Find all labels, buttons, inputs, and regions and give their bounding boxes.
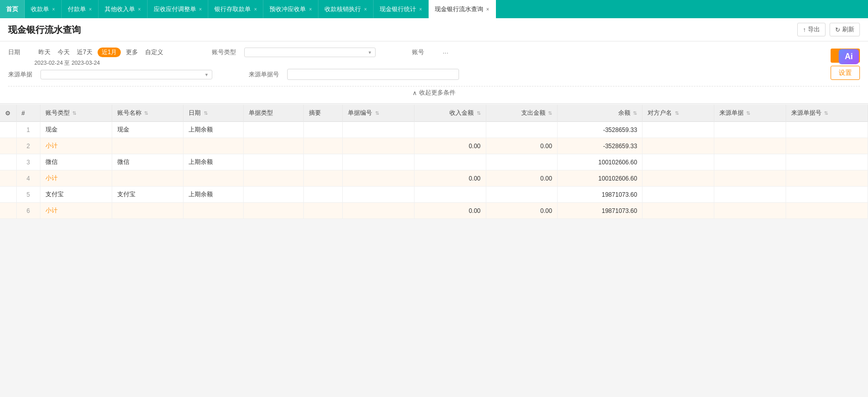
cell-balance: -3528659.33 — [558, 122, 643, 138]
cell-balance: 19871073.60 — [558, 187, 643, 203]
nav-tab-2-label: 其他收入单 — [105, 5, 135, 14]
col-expense[interactable]: 支出金额 ⇅ — [486, 105, 558, 122]
cell-balance: 100102606.60 — [558, 154, 643, 170]
filter-row-1: 日期 昨天 今天 近7天 近1月 更多 自定义 账号类型 ▾ 账号 ··· — [8, 48, 823, 57]
cell-income — [414, 122, 486, 138]
col-source-doc[interactable]: 来源单据 ⇅ — [714, 105, 786, 122]
cell-doc-type — [244, 203, 304, 219]
cell-doc-type — [244, 122, 304, 138]
cell-source-doc-num — [786, 203, 867, 219]
cell-date: 上期余额 — [184, 122, 244, 138]
nav-tab-7[interactable]: 现金银行统计 × — [374, 0, 429, 18]
collapse-bar[interactable]: ∧ 收起更多条件 — [8, 86, 860, 99]
cell-source-doc-num — [786, 170, 867, 187]
nav-tab-3-close[interactable]: × — [199, 7, 202, 12]
col-counterpart[interactable]: 对方户名 ⇅ — [643, 105, 714, 122]
refresh-icon: ↻ — [835, 26, 840, 33]
nav-tab-1-close[interactable]: × — [89, 7, 92, 12]
ai-badge[interactable]: Ai — [839, 49, 859, 64]
cell-account-name: 现金 — [112, 122, 184, 138]
nav-tab-8-close[interactable]: × — [486, 7, 489, 12]
cell-doc-num — [343, 154, 415, 170]
cell-account-type: 小计 — [40, 203, 112, 219]
nav-tab-0-close[interactable]: × — [52, 7, 55, 12]
cell-counterpart — [643, 187, 714, 203]
shortcut-1month[interactable]: 近1月 — [98, 48, 121, 57]
data-table: ⚙ # 账号类型 ⇅ 账号名称 ⇅ 日期 ⇅ 单据类型 摘要 — [0, 105, 868, 219]
nav-tab-4-label: 银行存取款单 — [214, 5, 251, 14]
table-header-row: ⚙ # 账号类型 ⇅ 账号名称 ⇅ 日期 ⇅ 单据类型 摘要 — [0, 105, 868, 122]
nav-tab-2[interactable]: 其他收入单 × — [99, 0, 148, 18]
cell-summary — [303, 122, 342, 138]
source-doc-num-input[interactable] — [287, 69, 459, 80]
col-account-type[interactable]: 账号类型 ⇅ — [40, 105, 112, 122]
nav-tab-0[interactable]: 收款单 × — [25, 0, 62, 18]
nav-tab-6-close[interactable]: × — [364, 7, 367, 12]
table-row: 3微信微信上期余额100102606.60 — [0, 154, 868, 170]
shortcut-custom[interactable]: 自定义 — [143, 48, 165, 57]
nav-home[interactable]: 首页 — [0, 0, 25, 18]
cell-income — [414, 187, 486, 203]
nav-tab-6[interactable]: 收款核销执行 × — [318, 0, 374, 18]
cell-account-type: 支付宝 — [40, 187, 112, 203]
nav-tab-3[interactable]: 应收应付调整单 × — [148, 0, 209, 18]
cell-income: 0.00 — [414, 138, 486, 154]
nav-tab-7-close[interactable]: × — [419, 7, 422, 12]
cell-counterpart — [643, 170, 714, 187]
cell-expense — [486, 187, 558, 203]
col-date[interactable]: 日期 ⇅ — [184, 105, 244, 122]
nav-tab-1[interactable]: 付款单 × — [62, 0, 99, 18]
col-balance[interactable]: 余额 ⇅ — [558, 105, 643, 122]
cell-doc-type — [244, 138, 304, 154]
cell-summary — [303, 203, 342, 219]
cell-summary — [303, 154, 342, 170]
account-type-chevron: ▾ — [369, 50, 371, 55]
col-gear[interactable]: ⚙ — [0, 105, 16, 122]
cell-balance: -3528659.33 — [558, 138, 643, 154]
cell-source-doc — [714, 203, 786, 219]
table-row: 5支付宝支付宝上期余额19871073.60 — [0, 187, 868, 203]
cell-source-doc — [714, 170, 786, 187]
table-row: 6小计0.000.0019871073.60 — [0, 203, 868, 219]
cell-summary — [303, 170, 342, 187]
shortcut-yesterday[interactable]: 昨天 — [36, 48, 53, 57]
cell-account-type: 小计 — [40, 170, 112, 187]
cell-account-name — [112, 138, 184, 154]
col-income[interactable]: 收入金额 ⇅ — [414, 105, 486, 122]
source-doc-label: 来源单据 — [8, 70, 32, 79]
shortcut-today[interactable]: 今天 — [56, 48, 72, 57]
source-doc-select[interactable]: ▾ — [40, 70, 212, 79]
date-range: 2023-02-24 至 2023-03-24 — [34, 60, 100, 66]
account-type-select[interactable]: ▾ — [244, 48, 376, 57]
export-button[interactable]: ↑ 导出 — [797, 23, 826, 36]
shortcut-7days[interactable]: 近7天 — [75, 48, 95, 57]
cell-gear — [0, 138, 16, 154]
nav-tab-8[interactable]: 现金银行流水查询 × — [429, 0, 496, 18]
nav-tab-5-label: 预收冲应收单 — [269, 5, 306, 14]
nav-tab-4-close[interactable]: × — [254, 7, 257, 12]
refresh-button[interactable]: ↻ 刷新 — [830, 23, 860, 36]
nav-tab-5[interactable]: 预收冲应收单 × — [263, 0, 318, 18]
cell-gear — [0, 170, 16, 187]
account-dots[interactable]: ··· — [440, 49, 450, 57]
col-source-doc-num[interactable]: 来源单据号 ⇅ — [786, 105, 867, 122]
cell-balance: 100102606.60 — [558, 170, 643, 187]
nav-tab-2-close[interactable]: × — [138, 7, 141, 12]
table-container: ⚙ # 账号类型 ⇅ 账号名称 ⇅ 日期 ⇅ 单据类型 摘要 — [0, 105, 868, 219]
cell-counterpart — [643, 154, 714, 170]
col-doc-num[interactable]: 单据编号 ⇅ — [343, 105, 415, 122]
sort-date: ⇅ — [204, 110, 208, 116]
col-account-name[interactable]: 账号名称 ⇅ — [112, 105, 184, 122]
cell-gear — [0, 187, 16, 203]
nav-tab-5-close[interactable]: × — [309, 7, 312, 12]
settings-button[interactable]: 设置 — [831, 66, 860, 80]
cell-date — [184, 138, 244, 154]
cell-rownum: 2 — [16, 138, 40, 154]
cell-expense: 0.00 — [486, 138, 558, 154]
nav-tab-4[interactable]: 银行存取款单 × — [208, 0, 263, 18]
col-doc-type: 单据类型 — [244, 105, 304, 122]
cell-gear — [0, 203, 16, 219]
shortcut-more[interactable]: 更多 — [124, 48, 140, 57]
nav-tab-3-label: 应收应付调整单 — [154, 5, 196, 14]
cell-income: 0.00 — [414, 203, 486, 219]
